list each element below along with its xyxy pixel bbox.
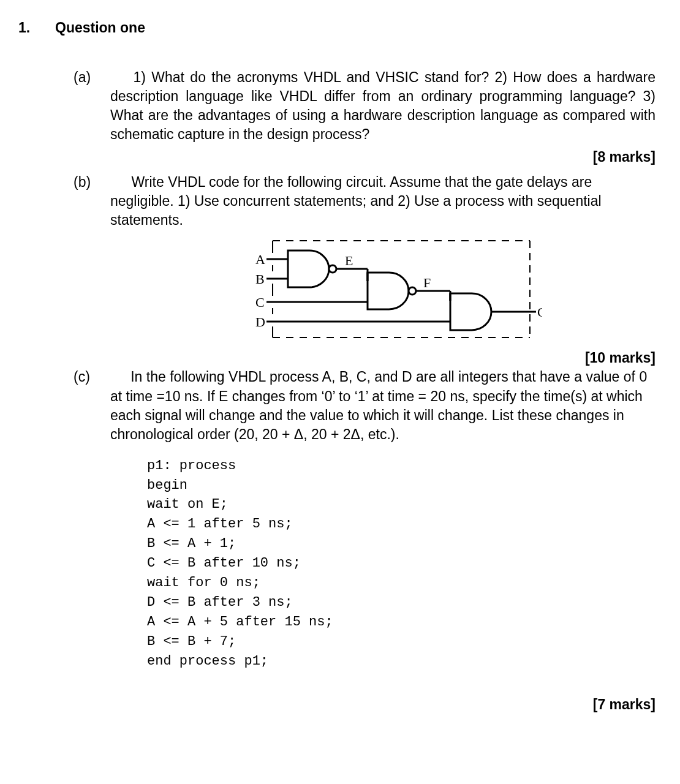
- signal-f-label: F: [423, 275, 431, 290]
- vhdl-code-block: p1: process begin wait on E; A <= 1 afte…: [147, 456, 655, 671]
- svg-point-13: [409, 287, 416, 295]
- part-c-text: In the following VHDL process A, B, C, a…: [110, 369, 647, 442]
- input-a-label: A: [255, 252, 265, 267]
- part-a: (a) (a) 1) What do the acronyms VHDL and…: [74, 68, 655, 144]
- question-header: 1. Question one: [18, 18, 655, 37]
- input-b-label: B: [255, 271, 265, 287]
- input-d-label: D: [255, 314, 265, 330]
- question-title: Question one: [55, 18, 145, 37]
- part-c-label: (c): [74, 368, 90, 386]
- part-b-marks: [10 marks]: [74, 349, 655, 368]
- signal-e-label: E: [345, 253, 353, 268]
- part-a-label: (a): [74, 68, 91, 87]
- part-a-text: 1) What do the acronyms VHDL and VHSIC s…: [110, 69, 655, 142]
- part-b-text: Write VHDL code for the following circui…: [110, 174, 602, 228]
- part-c-marks: [7 marks]: [74, 695, 655, 714]
- input-c-label: C: [255, 295, 265, 310]
- circuit-diagram: A B C D E: [224, 235, 542, 345]
- question-number: 1.: [18, 18, 55, 37]
- svg-point-9: [329, 265, 336, 273]
- question-body: (a) (a) 1) What do the acronyms VHDL and…: [74, 68, 655, 714]
- part-b: (b) (b) Write VHDL code for the followin…: [74, 173, 655, 345]
- part-c: (c) (c) In the following VHDL process A,…: [74, 368, 655, 671]
- part-b-label: (b): [74, 173, 91, 192]
- output-g-label: G: [537, 304, 542, 320]
- part-a-marks: [8 marks]: [74, 148, 655, 167]
